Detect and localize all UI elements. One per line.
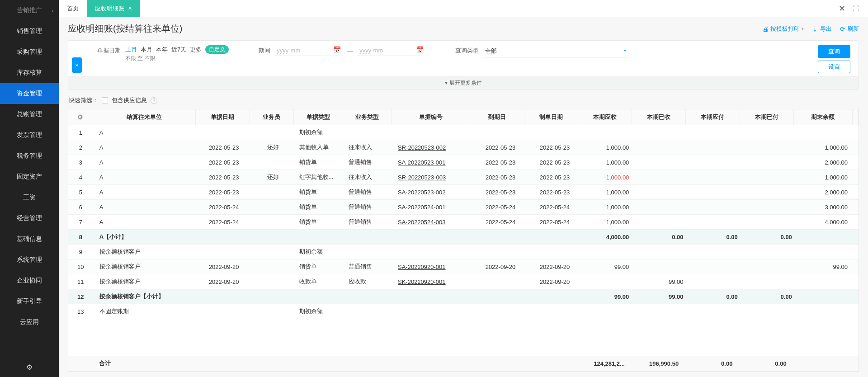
calendar-icon[interactable]: 📅: [333, 46, 341, 53]
gear-icon: ⚙: [26, 363, 33, 371]
tab-active[interactable]: 应收明细账✕: [87, 0, 140, 17]
table-row: 1A期初余额: [68, 125, 859, 140]
table-row: 4A2022-05-23还好红字其他收...往来收入SR-20220523-00…: [68, 170, 859, 185]
table-footer-total: 合计 124,281,2... 196,990.50 0.00 0.00: [68, 356, 859, 371]
table-row: 6A2022-05-24销货单普通销售SA-20220524-0012022-0…: [68, 200, 859, 215]
calendar-icon[interactable]: 📅: [416, 46, 424, 53]
quick-last7[interactable]: 近7天: [171, 46, 186, 54]
include-supply-label: 包含供应信息: [112, 96, 147, 104]
gear-icon[interactable]: ⚙: [77, 113, 83, 121]
sidebar-item-12[interactable]: 系统管理: [0, 250, 59, 270]
print-icon: 🖨: [762, 25, 769, 33]
sidebar-item-15[interactable]: 云应用: [0, 312, 59, 333]
doc-date-label: 单据日期: [97, 45, 121, 55]
sidebar-item-7[interactable]: 税务管理: [0, 146, 59, 166]
help-icon[interactable]: ?: [151, 97, 157, 104]
sidebar-item-14[interactable]: 新手引导: [0, 291, 59, 312]
tab-bar: 首页 应收明细账✕ ✕ ⛶: [59, 0, 868, 17]
table-row: 13不固定账期期初余额: [68, 304, 859, 319]
table-header-row: ⚙ 结算往来单位 单据日期 业务员 单据类型 业务类型 单据编号 到期日 制单日…: [68, 109, 859, 125]
chevron-down-icon: ▾: [802, 27, 804, 31]
sidebar-item-1[interactable]: 销售管理: [0, 21, 59, 42]
sidebar: 营销推广›销售管理采购管理库存核算资金管理总账管理发票管理税务管理固定资产工资经…: [0, 0, 59, 377]
quick-custom-badge[interactable]: 自定义: [205, 45, 229, 54]
table-row: 12按余额核销客户【小计】99.0099.000.000.00: [68, 289, 859, 304]
expand-more-conditions[interactable]: ▾ 展开更多条件: [68, 76, 859, 90]
collapse-toggle[interactable]: »: [72, 57, 82, 73]
sidebar-item-9[interactable]: 工资: [0, 187, 59, 208]
doc-link[interactable]: SA-20220524-001: [398, 204, 446, 211]
search-button[interactable]: 查询: [818, 45, 850, 58]
doc-link[interactable]: SA-20220523-002: [398, 189, 446, 196]
chevron-down-icon[interactable]: ▾: [624, 48, 626, 53]
quick-filter: 快速筛选： 包含供应信息 ?: [68, 94, 859, 109]
table-row: 10按余额核销客户2022-09-20销货单普通销售SA-20220920-00…: [68, 259, 859, 274]
table-row: 2A2022-05-23还好其他收入单往来收入SR-20220523-00220…: [68, 140, 859, 155]
chevron-down-icon: ▾: [445, 80, 448, 86]
sidebar-item-2[interactable]: 采购管理: [0, 42, 59, 62]
sidebar-item-5[interactable]: 总账管理: [0, 104, 59, 125]
quick-last-month[interactable]: 上月: [125, 46, 137, 54]
export-button[interactable]: ⭳导出: [812, 25, 832, 33]
doc-link[interactable]: SA-20220523-001: [398, 159, 446, 166]
sidebar-item-6[interactable]: 发票管理: [0, 125, 59, 146]
include-supply-checkbox[interactable]: [102, 97, 108, 104]
page-title: 应收明细账(按结算往来单位): [68, 23, 182, 35]
doc-link[interactable]: SR-20220523-003: [398, 174, 446, 181]
table-row: 11按余额核销客户2022-09-20收款单应收款SK-20220920-001…: [68, 274, 859, 289]
sidebar-item-0[interactable]: 营销推广›: [0, 0, 59, 21]
quick-more[interactable]: 更多: [190, 46, 202, 54]
period-from-input[interactable]: [275, 45, 343, 56]
filter-bar: » 单据日期 上月 本月 本年 近7天 更多 自定义: [68, 40, 859, 90]
fullscreen-icon[interactable]: ⛶: [853, 5, 859, 12]
refresh-button[interactable]: ⟳刷新: [840, 25, 859, 33]
period-to-input[interactable]: [358, 45, 425, 56]
setting-button[interactable]: 设置: [818, 61, 850, 73]
quick-this-month[interactable]: 本月: [141, 46, 152, 54]
export-icon: ⭳: [812, 25, 818, 33]
quick-this-year[interactable]: 本年: [156, 46, 168, 54]
close-icon[interactable]: ✕: [128, 5, 132, 11]
data-table: ⚙ 结算往来单位 单据日期 业务员 单据类型 业务类型 单据编号 到期日 制单日…: [68, 109, 859, 372]
sidebar-item-4[interactable]: 资金管理: [0, 83, 59, 104]
sidebar-item-3[interactable]: 库存核算: [0, 62, 59, 83]
table-row: 3A2022-05-23销货单普通销售SA-20220523-0012022-0…: [68, 155, 859, 170]
close-all-icon[interactable]: ✕: [839, 4, 845, 14]
table-row: 9按余额核销客户期初余额: [68, 245, 859, 259]
quick-date-links: 上月 本月 本年 近7天 更多 自定义 不限 至 不限: [125, 45, 229, 62]
print-button[interactable]: 🖨按模板打印▾: [762, 25, 804, 33]
tab-home[interactable]: 首页: [59, 0, 87, 17]
table-row: 8A【小计】4,000.000.000.000.00: [68, 230, 859, 245]
doc-link[interactable]: SR-20220523-002: [398, 144, 446, 151]
doc-link[interactable]: SK-20220920-001: [398, 278, 446, 285]
date-range-sub: 不限 至 不限: [125, 55, 229, 62]
doc-link[interactable]: SA-20220524-003: [398, 219, 446, 226]
refresh-icon: ⟳: [840, 25, 845, 33]
query-type-label: 查询类型: [455, 45, 479, 55]
sidebar-item-8[interactable]: 固定资产: [0, 166, 59, 187]
sidebar-item-11[interactable]: 基础信息: [0, 229, 59, 250]
query-type-select[interactable]: 全部: [483, 45, 628, 57]
table-row: 7A2022-05-24销货单普通销售SA-20220524-0032022-0…: [68, 215, 859, 230]
period-label: 期间: [259, 45, 270, 55]
table-row: 5A2022-05-23销货单普通销售SA-20220523-0022022-0…: [68, 185, 859, 200]
doc-link[interactable]: SA-20220920-001: [398, 264, 446, 270]
chevron-right-icon: ›: [52, 8, 53, 13]
sidebar-settings[interactable]: ⚙: [0, 358, 59, 377]
page-header: 应收明细账(按结算往来单位) 🖨按模板打印▾ ⭳导出 ⟳刷新: [68, 23, 859, 35]
sidebar-item-13[interactable]: 企业协同: [0, 270, 59, 291]
sidebar-item-10[interactable]: 经营管理: [0, 208, 59, 229]
